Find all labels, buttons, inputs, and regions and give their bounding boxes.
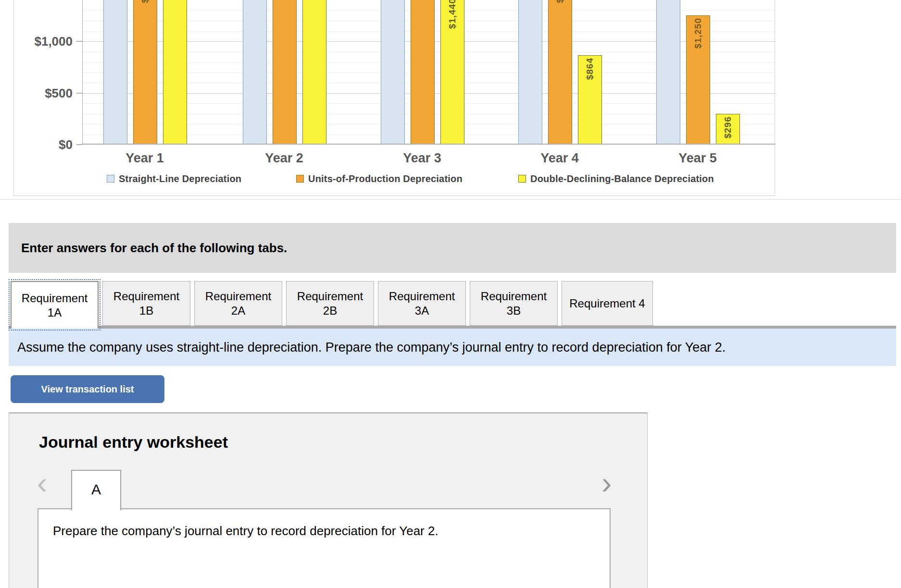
tab-label-line1: Requirement 4 bbox=[569, 296, 645, 311]
tab-requirement-4[interactable]: Requirement 4 bbox=[562, 281, 653, 326]
bar-value-label: $ bbox=[555, 0, 565, 3]
page: $$1,440$$864$1,250$296 $0$500$1,000 Year… bbox=[0, 0, 901, 588]
tab-label-line2: 1A bbox=[48, 306, 62, 320]
tab-label-line1: Requirement bbox=[22, 291, 88, 306]
answers-banner: Enter answers for each of the following … bbox=[9, 223, 896, 273]
bar-year-4-series-1 bbox=[518, 0, 542, 145]
legend-swatch-icon bbox=[518, 175, 526, 183]
bar-value-label-wrap: $864 bbox=[578, 58, 602, 80]
bar-value-label-wrap: $ bbox=[548, 0, 572, 3]
bar-value-label-wrap: $ bbox=[133, 0, 157, 3]
bar-value-label: $1,440 bbox=[447, 0, 458, 29]
bar-value-label: $ bbox=[140, 0, 150, 3]
requirement-instruction: Assume the company uses straight-line de… bbox=[9, 329, 896, 366]
journal-entry-sheet: Prepare the company’s journal entry to r… bbox=[38, 508, 611, 588]
journal-worksheet-title: Journal entry worksheet bbox=[39, 433, 228, 452]
y-axis-tick-label: $0 bbox=[14, 137, 73, 152]
depreciation-chart-panel: $$1,440$$864$1,250$296 $0$500$1,000 Year… bbox=[13, 0, 775, 196]
x-axis-label-year-2: Year 2 bbox=[246, 150, 323, 166]
y-axis-tick-mark bbox=[76, 93, 82, 94]
journal-entry-worksheet-panel: Journal entry worksheet ‹ › A Prepare th… bbox=[9, 412, 648, 588]
tab-requirement-3b[interactable]: Requirement3B bbox=[470, 281, 558, 326]
tab-requirement-3a[interactable]: Requirement3A bbox=[378, 281, 466, 326]
journal-entry-prompt: Prepare the company’s journal entry to r… bbox=[38, 509, 610, 539]
bar-year-2-series-2 bbox=[273, 0, 297, 145]
x-axis-label-year-1: Year 1 bbox=[106, 150, 183, 166]
legend-item: Units-of-Production Depreciation bbox=[296, 172, 463, 186]
x-axis-label-year-3: Year 3 bbox=[384, 150, 461, 166]
legend-swatch-icon bbox=[107, 175, 114, 183]
bar-value-label-wrap: $1,250 bbox=[686, 18, 710, 49]
tab-label-line2: 3A bbox=[415, 304, 429, 318]
bar-year-1-series-1 bbox=[103, 0, 127, 145]
bar-year-4-series-2 bbox=[548, 0, 572, 145]
y-axis-tick-mark bbox=[76, 144, 82, 145]
x-axis-label-year-4: Year 4 bbox=[521, 150, 598, 166]
tab-label-line2: 3B bbox=[507, 304, 521, 318]
tab-requirement-1a[interactable]: Requirement1A bbox=[11, 281, 99, 329]
bar-year-1-series-2 bbox=[133, 0, 157, 145]
bar-value-label-wrap: $1,440 bbox=[440, 0, 464, 29]
y-axis-tick-mark bbox=[76, 41, 82, 42]
tab-label-line2: 2B bbox=[323, 304, 337, 318]
chart-plot-area: $$1,440$$864$1,250$296 bbox=[82, 0, 776, 145]
prev-entry-chevron-icon[interactable]: ‹ bbox=[37, 467, 47, 498]
bar-year-1-series-3 bbox=[163, 0, 187, 145]
tab-label-line1: Requirement bbox=[389, 289, 455, 304]
tab-label-line1: Requirement bbox=[481, 289, 547, 304]
bar-year-2-series-3 bbox=[302, 0, 326, 145]
x-axis-label-year-5: Year 5 bbox=[659, 150, 736, 166]
view-transaction-list-button[interactable]: View transaction list bbox=[11, 375, 164, 403]
tab-requirement-1b[interactable]: Requirement1B bbox=[102, 281, 190, 326]
page-divider bbox=[0, 199, 901, 200]
tab-label-line2: 2A bbox=[231, 304, 245, 318]
bar-year-5-series-1 bbox=[656, 0, 680, 145]
bar-value-label: $1,250 bbox=[693, 18, 703, 49]
tab-label-line2: 1B bbox=[139, 304, 153, 318]
requirement-tabs: Requirement1ARequirement1BRequirement2AR… bbox=[11, 281, 653, 329]
legend-swatch-icon bbox=[296, 175, 304, 183]
legend-item: Straight-Line Depreciation bbox=[107, 172, 241, 186]
journal-tab-a[interactable]: A bbox=[71, 470, 121, 510]
legend-label: Units-of-Production Depreciation bbox=[308, 173, 463, 184]
y-axis-tick-label: $500 bbox=[14, 86, 73, 100]
tab-requirement-2a[interactable]: Requirement2A bbox=[194, 281, 282, 326]
bar-year-3-series-2 bbox=[411, 0, 435, 145]
tab-requirement-2b[interactable]: Requirement2B bbox=[286, 281, 374, 326]
next-entry-chevron-icon[interactable]: › bbox=[601, 467, 612, 498]
tab-label-line1: Requirement bbox=[297, 289, 363, 304]
legend-label: Straight-Line Depreciation bbox=[119, 173, 241, 184]
bar-value-label: $296 bbox=[723, 116, 733, 138]
legend-item: Double-Declining-Balance Depreciation bbox=[518, 172, 714, 186]
legend-label: Double-Declining-Balance Depreciation bbox=[530, 173, 714, 184]
y-axis-tick-label: $1,000 bbox=[14, 34, 73, 49]
answers-banner-text: Enter answers for each of the following … bbox=[9, 241, 287, 256]
requirement-instruction-text: Assume the company uses straight-line de… bbox=[9, 340, 726, 355]
tab-label-line1: Requirement bbox=[205, 289, 271, 304]
bar-year-2-series-1 bbox=[243, 0, 267, 145]
tab-label-line1: Requirement bbox=[113, 289, 179, 304]
bar-year-3-series-1 bbox=[381, 0, 405, 145]
bar-value-label-wrap: $296 bbox=[716, 116, 740, 138]
bar-value-label: $864 bbox=[585, 58, 595, 80]
